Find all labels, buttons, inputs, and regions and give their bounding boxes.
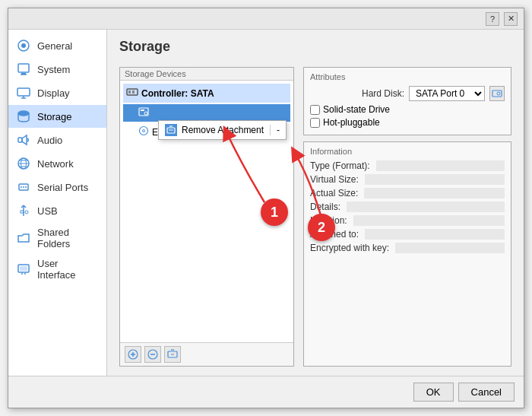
annotation-1: 1 xyxy=(261,198,288,226)
location-value xyxy=(353,215,505,226)
controller-label: Controller: SATA xyxy=(141,88,214,99)
title-bar: ? ✕ xyxy=(8,8,524,30)
virtual-size-label: Virtual Size: xyxy=(310,174,359,185)
sidebar-label-serial-ports: Serial Ports xyxy=(37,182,88,193)
disk-item[interactable] xyxy=(123,104,290,122)
hot-pluggable-label: Hot-pluggable xyxy=(323,117,380,128)
storage-dialog: ? ✕ General System Display xyxy=(8,8,524,408)
information-title: Information xyxy=(310,147,505,156)
svg-point-32 xyxy=(144,112,147,115)
optical-icon xyxy=(138,125,149,138)
solid-state-checkbox[interactable] xyxy=(310,105,320,115)
sidebar-label-display: Display xyxy=(37,87,70,99)
sidebar-item-system[interactable]: System xyxy=(8,58,106,81)
context-menu-separator xyxy=(270,125,271,135)
attributes-section: Attributes Hard Disk: SATA Port 0 xyxy=(303,67,511,135)
sidebar-item-network[interactable]: Network xyxy=(8,152,106,175)
cancel-button[interactable]: Cancel xyxy=(458,383,515,402)
add-attachment-button[interactable] xyxy=(125,346,141,363)
content-panels: Storage Devices Controller: SATA xyxy=(119,67,511,367)
context-menu-dash: - xyxy=(277,125,280,135)
svg-point-1 xyxy=(21,43,26,48)
shared-folders-icon xyxy=(16,230,31,246)
storage-toolbar xyxy=(120,342,293,366)
page-title: Storage xyxy=(119,39,511,55)
controller-icon xyxy=(126,86,138,100)
sidebar-item-shared-folders[interactable]: Shared Folders xyxy=(8,223,106,253)
encrypted-label: Encrypted with key: xyxy=(310,243,389,253)
encrypted-value xyxy=(395,243,505,253)
sidebar-item-usb[interactable]: USB xyxy=(8,199,106,222)
details-label: Details: xyxy=(310,202,340,212)
browse-disk-button[interactable] xyxy=(489,86,505,101)
sidebar-item-user-interface[interactable]: User Interface xyxy=(8,254,106,284)
sidebar-label-audio: Audio xyxy=(37,135,62,146)
sidebar-label-general: General xyxy=(37,40,72,52)
svg-point-48 xyxy=(497,92,500,95)
hot-pluggable-row: Hot-pluggable xyxy=(310,117,505,128)
sidebar-label-network: Network xyxy=(37,158,74,170)
audio-icon xyxy=(16,132,31,148)
context-menu: Remove Attachment - xyxy=(158,120,287,140)
svg-rect-30 xyxy=(132,91,135,94)
storage-icon xyxy=(16,109,31,124)
storage-devices-label: Storage Devices xyxy=(120,68,293,81)
svg-point-20 xyxy=(25,186,27,188)
attributes-section-title: Attributes xyxy=(310,72,505,81)
storage-devices-panel: Storage Devices Controller: SATA xyxy=(119,67,294,367)
hard-disk-row: Hard Disk: SATA Port 0 xyxy=(310,86,505,101)
network-icon xyxy=(16,156,31,171)
sidebar-item-general[interactable]: General xyxy=(8,34,106,57)
actual-size-label: Actual Size: xyxy=(310,188,358,198)
svg-marker-11 xyxy=(22,135,27,144)
help-button[interactable]: ? xyxy=(486,12,499,26)
svg-point-19 xyxy=(23,186,24,188)
sidebar-item-serial-ports[interactable]: Serial Ports xyxy=(8,176,106,198)
attributes-panel: Attributes Hard Disk: SATA Port 0 xyxy=(303,67,511,367)
svg-point-35 xyxy=(143,130,145,132)
sidebar-item-display[interactable]: Display xyxy=(8,81,106,104)
information-section: Information Type (Format): Virtual Size:… xyxy=(303,141,511,367)
sidebar-label-user-interface: User Interface xyxy=(37,258,99,281)
solid-state-row: Solid-state Drive xyxy=(310,104,505,115)
encrypted-row: Encrypted with key: xyxy=(310,243,505,253)
svg-point-23 xyxy=(25,211,28,214)
sidebar-item-audio[interactable]: Audio xyxy=(8,129,106,151)
display-icon xyxy=(16,85,31,100)
remove-controller-button[interactable] xyxy=(144,346,161,363)
remove-attachment-label[interactable]: Remove Attachment xyxy=(182,125,264,135)
controller-item[interactable]: Controller: SATA xyxy=(123,84,290,103)
main-content: Storage Storage Devices Controller: SATA xyxy=(107,30,524,376)
remove-disk-button[interactable] xyxy=(164,346,181,363)
serial-ports-icon xyxy=(16,179,31,195)
usb-icon xyxy=(16,203,31,218)
svg-rect-29 xyxy=(128,91,131,94)
ok-button[interactable]: OK xyxy=(413,383,454,402)
svg-point-18 xyxy=(21,186,22,188)
type-format-label: Type (Format): xyxy=(310,160,370,171)
hot-pluggable-checkbox[interactable] xyxy=(310,118,320,128)
general-icon xyxy=(16,38,31,53)
hard-disk-label: Hard Disk: xyxy=(362,88,404,99)
details-row: Details: xyxy=(310,202,505,212)
sidebar: General System Display Storage xyxy=(8,30,107,376)
svg-point-34 xyxy=(140,127,148,135)
attached-to-value xyxy=(365,229,505,240)
attached-to-label: Attached to: xyxy=(310,229,359,240)
close-button[interactable]: ✕ xyxy=(504,12,518,26)
type-format-row: Type (Format): xyxy=(310,160,505,171)
actual-size-row: Actual Size: xyxy=(310,188,505,198)
type-format-value xyxy=(376,160,505,171)
sidebar-item-storage[interactable]: Storage xyxy=(8,105,106,128)
sidebar-label-shared-folders: Shared Folders xyxy=(37,227,99,249)
sidebar-label-system: System xyxy=(37,64,70,75)
dialog-body: General System Display Storage xyxy=(8,30,524,376)
sidebar-label-storage: Storage xyxy=(37,111,72,122)
svg-rect-2 xyxy=(18,64,29,72)
disk-icon xyxy=(138,106,149,119)
storage-tree: Controller: SATA xyxy=(120,81,293,342)
user-interface-icon xyxy=(16,262,31,277)
sidebar-label-usb: USB xyxy=(37,205,58,217)
hard-disk-select[interactable]: SATA Port 0 xyxy=(409,86,485,101)
svg-rect-5 xyxy=(17,88,30,96)
